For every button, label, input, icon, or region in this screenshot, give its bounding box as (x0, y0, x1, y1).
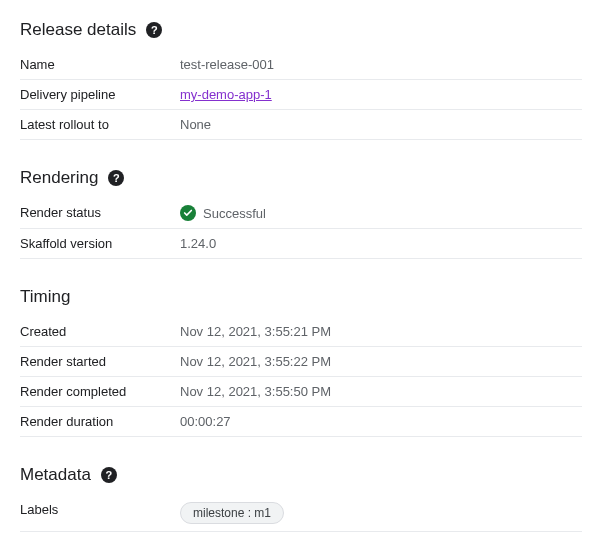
pipeline-label: Delivery pipeline (20, 87, 180, 102)
created-label: Created (20, 324, 180, 339)
render-duration-label: Render duration (20, 414, 180, 429)
help-icon[interactable]: ? (101, 467, 117, 483)
render-started-row: Render started Nov 12, 2021, 3:55:22 PM (20, 347, 582, 377)
latest-rollout-label: Latest rollout to (20, 117, 180, 132)
pipeline-link[interactable]: my-demo-app-1 (180, 87, 272, 102)
metadata-header: Metadata ? (20, 465, 582, 485)
release-details-title: Release details (20, 20, 136, 40)
render-status-label: Render status (20, 205, 180, 221)
render-completed-value: Nov 12, 2021, 3:55:50 PM (180, 384, 582, 399)
metadata-section: Metadata ? Labels milestone : m1 Annotat… (20, 465, 582, 535)
labels-row: Labels milestone : m1 (20, 495, 582, 532)
render-started-label: Render started (20, 354, 180, 369)
rendering-header: Rendering ? (20, 168, 582, 188)
help-icon[interactable]: ? (146, 22, 162, 38)
skaffold-label: Skaffold version (20, 236, 180, 251)
render-status-row: Render status Successful (20, 198, 582, 229)
timing-section: Timing Created Nov 12, 2021, 3:55:21 PM … (20, 287, 582, 437)
label-chip[interactable]: milestone : m1 (180, 502, 284, 524)
name-label: Name (20, 57, 180, 72)
skaffold-value: 1.24.0 (180, 236, 582, 251)
rendering-section: Rendering ? Render status Successful Ska… (20, 168, 582, 259)
skaffold-row: Skaffold version 1.24.0 (20, 229, 582, 259)
name-value: test-release-001 (180, 57, 582, 72)
timing-header: Timing (20, 287, 582, 307)
latest-rollout-row: Latest rollout to None (20, 110, 582, 140)
labels-label: Labels (20, 502, 180, 524)
timing-title: Timing (20, 287, 70, 307)
render-duration-row: Render duration 00:00:27 (20, 407, 582, 437)
pipeline-row: Delivery pipeline my-demo-app-1 (20, 80, 582, 110)
render-started-value: Nov 12, 2021, 3:55:22 PM (180, 354, 582, 369)
render-status-text: Successful (203, 206, 266, 221)
render-completed-row: Render completed Nov 12, 2021, 3:55:50 P… (20, 377, 582, 407)
created-value: Nov 12, 2021, 3:55:21 PM (180, 324, 582, 339)
metadata-title: Metadata (20, 465, 91, 485)
check-circle-icon (180, 205, 196, 221)
rendering-title: Rendering (20, 168, 98, 188)
release-details-header: Release details ? (20, 20, 582, 40)
latest-rollout-value: None (180, 117, 582, 132)
release-details-section: Release details ? Name test-release-001 … (20, 20, 582, 140)
render-duration-value: 00:00:27 (180, 414, 582, 429)
help-icon[interactable]: ? (108, 170, 124, 186)
render-completed-label: Render completed (20, 384, 180, 399)
render-status-value: Successful (180, 205, 266, 221)
created-row: Created Nov 12, 2021, 3:55:21 PM (20, 317, 582, 347)
name-row: Name test-release-001 (20, 50, 582, 80)
